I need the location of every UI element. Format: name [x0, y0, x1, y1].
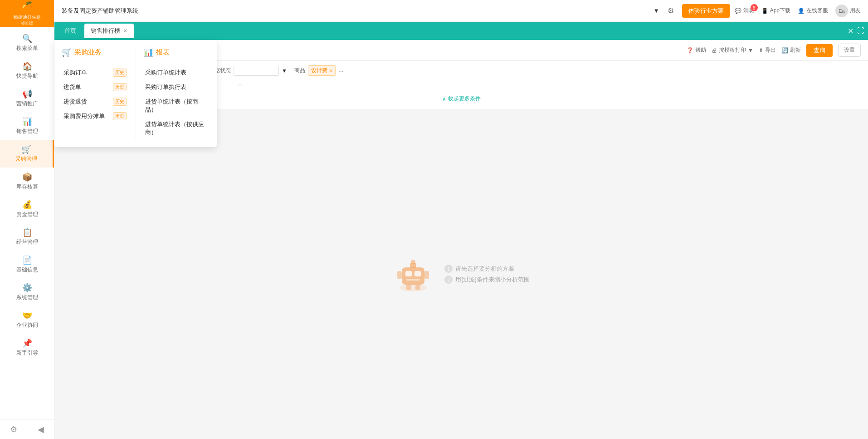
- sidebar-item-operation[interactable]: 📋 经营管理: [0, 223, 54, 251]
- sidebar-label-marketing: 营销推广: [16, 100, 38, 108]
- refresh-icon: 🔄: [781, 47, 788, 54]
- sidebar-icon-sales: 📊: [22, 117, 32, 127]
- tab-sales-rank-label: 销售排行榜: [91, 27, 120, 35]
- goods-tag-close-icon[interactable]: ×: [329, 68, 332, 74]
- doc-status-dropdown-icon: ▼: [282, 68, 287, 74]
- purchase-order-right: 历史: [113, 69, 127, 77]
- sidebar-icon-enterprise: 🤝: [22, 311, 32, 321]
- customer-more-icon[interactable]: ···: [238, 81, 243, 88]
- help-label: 帮助: [695, 46, 706, 54]
- report-icon: 📊: [143, 47, 153, 57]
- dropdown-item-purchase-order[interactable]: 采购订单 历史: [62, 65, 128, 80]
- sidebar-collapse-icon[interactable]: ◀: [38, 424, 44, 434]
- sidebar-icon-marketing: 📢: [22, 89, 32, 99]
- dropdown-item-purchase-return[interactable]: 进货退货 历史: [62, 94, 128, 109]
- tabbar: 首页 销售排行榜 ✕ ✕ ⛶: [54, 22, 868, 40]
- topbar-dropdown[interactable]: ▼: [653, 7, 659, 14]
- export-btn[interactable]: ⬆ 导出: [759, 46, 776, 54]
- settings-btn[interactable]: 设置: [838, 44, 861, 57]
- sidebar-item-marketing[interactable]: 📢 营销推广: [0, 84, 54, 112]
- online-service-btn[interactable]: 👤 在线客服: [798, 7, 828, 15]
- print-dropdown-icon: ▼: [748, 47, 753, 54]
- sidebar-item-enterprise[interactable]: 🤝 企业协同: [0, 306, 54, 334]
- svg-rect-2: [405, 271, 412, 276]
- app-logo: 🍊 畅捷通好生意 标准版: [0, 0, 54, 27]
- sidebar-settings-icon[interactable]: ⚙: [10, 424, 17, 434]
- dropdown-item-purchase-receipt-stat-goods[interactable]: 进货单统计表（按商品）: [143, 94, 210, 117]
- sidebar-icon-quicknav: 🏠: [22, 61, 32, 71]
- tab-fullscreen-icon[interactable]: ⛶: [857, 27, 864, 35]
- svg-rect-8: [424, 271, 429, 279]
- print-btn[interactable]: 🖨 按模板打印 ▼: [712, 46, 753, 54]
- purchase-order-label: 采购订单: [63, 69, 87, 77]
- app-icon: 📱: [761, 8, 768, 14]
- sidebar-label-finance: 资金管理: [16, 211, 38, 218]
- doc-status-select[interactable]: [234, 66, 279, 76]
- app-download-btn[interactable]: 📱 App下载: [761, 7, 790, 15]
- tab-close-all-icon[interactable]: ✕: [848, 27, 853, 35]
- message-btn[interactable]: 💬 消息 6: [735, 7, 754, 15]
- purchase-return-label: 进货退货: [63, 98, 87, 106]
- refresh-btn[interactable]: 🔄 刷新: [781, 46, 801, 54]
- sidebar-item-finance[interactable]: 💰 资金管理: [0, 195, 54, 223]
- logo-text: 畅捷通好生意: [14, 14, 41, 20]
- empty-state: 1 请先选择要分析的方案 2 用[过滤]条件来缩小分析范围: [54, 109, 868, 439]
- dropdown-item-purchase-order-exec[interactable]: 采购订单执行表: [143, 80, 210, 94]
- dropdown-item-purchase-expense[interactable]: 采购费用分摊单 历史: [62, 109, 128, 123]
- sidebar-item-system[interactable]: ⚙️ 系统管理: [0, 278, 54, 306]
- topbar-right: 💬 消息 6 📱 App下载 👤 在线客服 Ea 用友: [735, 5, 861, 17]
- query-btn[interactable]: 查询: [806, 44, 833, 57]
- tab-home[interactable]: 首页: [58, 24, 83, 38]
- tab-sales-rank[interactable]: 销售排行榜 ✕: [84, 24, 134, 38]
- purchase-expense-history-badge: 历史: [113, 112, 127, 120]
- goods-tag[interactable]: 设计费 ×: [308, 65, 336, 76]
- dropdown-item-purchase-receipt[interactable]: 进货单 历史: [62, 80, 128, 94]
- purchase-business-col: 🛒 采购业务 采购订单 历史 进货单 历史 进货退货 历史 采购费用分摊单 历史: [62, 47, 136, 140]
- topbar-gear-icon[interactable]: ⚙: [668, 6, 674, 15]
- message-icon: 💬: [735, 8, 741, 14]
- sidebar-item-purchase[interactable]: 🛒 采购管理: [0, 140, 54, 168]
- sidebar-item-search[interactable]: 🔍 搜索菜单: [0, 29, 54, 57]
- sidebar-item-basic[interactable]: 📄 基础信息: [0, 251, 54, 278]
- svg-point-6: [411, 260, 415, 264]
- sidebar-label-quicknav: 快捷导航: [16, 72, 38, 80]
- sidebar-item-inventory[interactable]: 📦 库存核算: [0, 168, 54, 195]
- dropdown-item-purchase-receipt-stat-supplier[interactable]: 进货单统计表（按供应商）: [143, 117, 210, 140]
- sidebar-label-purchase: 采购管理: [15, 155, 37, 163]
- topbar: 装备及固定资产辅助管理系统 ▼ ⚙ 体验行业方案 💬 消息 6 📱 App下载 …: [54, 0, 868, 22]
- sidebar-item-newbie[interactable]: 📌 新手引导: [0, 334, 54, 361]
- help-btn[interactable]: ❓ 帮助: [687, 46, 706, 54]
- export-icon: ⬆: [759, 47, 763, 54]
- goods-more-icon[interactable]: ···: [338, 67, 344, 74]
- sidebar-item-sales[interactable]: 📊 销售管理: [0, 112, 54, 140]
- dropdown-item-purchase-order-stat[interactable]: 采购订单统计表: [143, 65, 210, 80]
- svg-rect-10: [415, 285, 420, 290]
- svg-rect-1: [402, 267, 424, 285]
- tab-close-icon[interactable]: ✕: [123, 28, 127, 34]
- message-badge: 6: [751, 4, 758, 11]
- sidebar-item-quicknav[interactable]: 🏠 快捷导航: [0, 57, 54, 84]
- print-icon: 🖨: [712, 47, 717, 54]
- doc-status-filter: 单据状态 ▼: [209, 66, 287, 76]
- svg-point-0: [400, 284, 427, 291]
- app-download-label: App下载: [770, 7, 790, 15]
- sidebar-icon-inventory: 📦: [22, 172, 32, 182]
- sidebar-label-inventory: 库存核算: [16, 183, 38, 191]
- sidebar-icon-basic: 📄: [22, 255, 32, 265]
- sidebar-nav: 🔍 搜索菜单 🏠 快捷导航 📢 营销推广 📊 销售管理 🛒 采购管理 📦 库存核…: [0, 27, 54, 419]
- sidebar-icon-operation: 📋: [22, 227, 32, 237]
- report-header: 📊 报表: [143, 47, 210, 60]
- report-label: 报表: [156, 48, 170, 57]
- hint-num-1: 1: [444, 265, 453, 273]
- sidebar-label-enterprise: 企业协同: [16, 321, 38, 329]
- purchase-expense-right: 历史: [113, 112, 127, 120]
- system-name: 装备及固定资产辅助管理系统: [62, 7, 649, 15]
- sidebar-label-operation: 经营管理: [16, 238, 38, 246]
- user-label: 用友: [850, 7, 861, 15]
- sidebar: 🍊 畅捷通好生意 标准版 🔍 搜索菜单 🏠 快捷导航 📢 营销推广 📊 销售管理…: [0, 0, 54, 439]
- purchase-order-history-badge: 历史: [113, 69, 127, 77]
- service-icon: 👤: [798, 8, 805, 14]
- logo-icon: 🍊: [21, 1, 33, 13]
- industry-btn[interactable]: 体验行业方案: [682, 4, 730, 18]
- user-btn[interactable]: Ea 用友: [835, 5, 861, 17]
